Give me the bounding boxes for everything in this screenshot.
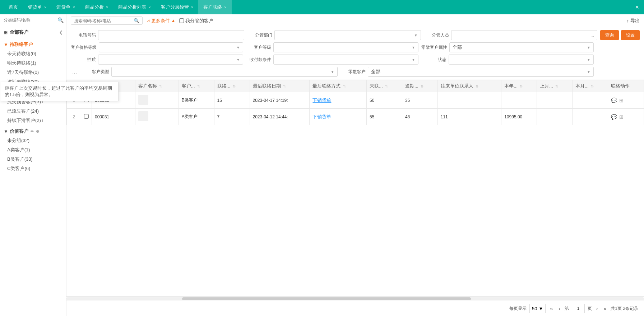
page-number-input[interactable] [572,304,585,313]
value-customers-title[interactable]: ▼ 价值客户 ✏ ⊕ [0,127,66,136]
row2-contact-person: 111 [437,109,501,125]
sidebar-search-input[interactable] [4,18,57,23]
dots-button[interactable]: ... [71,69,78,75]
sidebar-search-icon[interactable]: 🔍 [57,17,64,23]
dept-select[interactable]: ▼ [274,30,421,40]
last-method-sort-icon[interactable]: ⇅ [343,84,346,88]
next-page-btn[interactable]: › [595,305,599,312]
nav-product-analysis[interactable]: 商品分析 × [80,0,113,14]
phone-input[interactable] [98,30,244,40]
last-month-sort-icon[interactable]: ⇅ [555,84,558,88]
main-search-input[interactable] [74,18,134,23]
row2-more-icon[interactable]: ⊞ [619,114,624,120]
sidebar-item-ungrouped[interactable]: 未分组(32) [0,136,66,145]
close-all-tabs[interactable]: × [634,2,640,13]
row2-contact-icon[interactable]: 💬 [611,114,617,120]
name-sort-icon[interactable]: ⇅ [159,84,162,88]
sidebar-item-class-b[interactable]: B类客户(33) [0,155,66,164]
main-search-icon[interactable]: 🔍 [134,18,139,23]
all-customers-section[interactable]: ⊞ 全部客户 ❮ [0,26,66,38]
row1-last-method-link[interactable]: 下销货单 [312,98,331,103]
nav-home[interactable]: 首页 [4,0,23,14]
sidebar-item-7days[interactable]: 近7天待联络(0) [0,68,66,77]
row2-code[interactable]: 000031 [92,109,135,125]
overdue-sort-icon[interactable]: ⇅ [421,84,423,88]
close-sales-order[interactable]: × [44,5,46,9]
filter-cell-customer-grade: 客户等级 ▼ [246,42,418,52]
prev-page-btn[interactable]: ‹ [557,305,562,312]
my-customers-filter[interactable]: 我分管的客户 [179,18,213,24]
more-conditions-btn[interactable]: ⊿ 更多条件 ▲ [146,18,176,24]
row2-name[interactable] [135,109,179,125]
th-contact-person: 往来单位联系人 ⇅ [437,80,501,92]
person-select[interactable]: ... [451,30,597,40]
filter-cell-price-grade: 客户价格等级 ▼ [71,42,243,52]
sidebar-item-today[interactable]: 今天待联络(0) [0,49,66,58]
gender-select[interactable]: ▼ [98,55,243,65]
this-month-sort-icon[interactable]: ⇅ [591,84,594,88]
retail-attr-select[interactable]: 全部 ▼ [449,42,594,52]
sidebar-item-already-lost[interactable]: 已流失客户(24) [0,107,66,116]
sidebar-item-class-c[interactable]: C类客户(6) [0,164,66,173]
uncontacted-sort-icon[interactable]: ⇅ [385,84,388,88]
edit-icon[interactable]: ✏ [31,129,34,134]
close-product-analysis-list[interactable]: × [148,5,150,9]
collapse-icon: ❮ [59,30,62,35]
sidebar-item-continuous-decline[interactable]: 持续下滑客户(2) ℹ [0,116,66,125]
query-button[interactable]: 查询 [600,30,619,40]
last-page-btn[interactable]: » [602,305,608,312]
row1-name[interactable] [135,92,179,109]
close-purchase-order[interactable]: × [73,5,75,9]
last-date-sort-icon[interactable]: ⇅ [283,84,286,88]
payment-select[interactable]: ▼ [273,55,418,65]
horizontal-scrollbar[interactable] [66,296,644,301]
row1-more-icon[interactable]: ⊞ [619,98,624,103]
customer-grade-select[interactable]: ▼ [273,42,418,52]
main-search-box[interactable]: 🔍 [71,16,143,25]
row2-checkbox[interactable] [84,114,89,119]
settings-button[interactable]: 设置 [621,30,640,40]
nav-customer-tiered[interactable]: 客户分层经营 × [156,0,198,14]
data-table-area: ⚙ 客户编码 ⇅ 客户名称 ⇅ 客户... [66,80,644,296]
filter-cell-payment: 收付款条件 ▼ [246,55,418,65]
close-customer-contact[interactable]: × [224,5,226,9]
first-page-btn[interactable]: « [548,305,554,312]
row1-contact-icon[interactable]: 💬 [611,98,617,103]
nav-purchase-order[interactable]: 进货单 × [51,0,80,14]
row2-last-method[interactable]: 下销货单 [310,109,367,125]
person-dots: ... [590,33,594,38]
payment-label: 收付款条件 [246,57,271,63]
row1-last-method[interactable]: 下销货单 [310,92,367,109]
price-grade-select[interactable]: ▼ [99,42,243,52]
share-icon[interactable]: ⊕ [36,129,39,134]
per-page-select[interactable]: 50 ▼ [529,304,546,313]
status-select[interactable]: ▼ [449,55,594,65]
contact-sort-icon[interactable]: ⇅ [233,84,236,88]
sidebar-item-class-a[interactable]: A类客户(1) [0,145,66,155]
nav-customer-contact[interactable]: 客户联络 × [198,0,231,14]
close-customer-tiered[interactable]: × [191,5,193,9]
customer-grade-chevron-icon: ▼ [412,46,415,49]
row1-contact-count: 15 [214,92,250,109]
nav-sales-order[interactable]: 销货单 × [23,0,51,14]
value-customers-group: ▼ 价值客户 ✏ ⊕ 未分组(32) A类客户(1) B类客户(33) C类客户… [0,125,66,175]
retail-attr-label: 零散客户属性 [421,44,447,51]
sidebar-item-tomorrow[interactable]: 明天待联络(1) [0,58,66,68]
grade-sort-icon[interactable]: ⇅ [197,84,200,88]
filter-cell-customer-type: 客户类型 ▼ [84,67,337,77]
pending-contact-title[interactable]: ▼ 待联络客户 [0,40,66,49]
retail-customer-label: 零散客户 [340,69,366,75]
row2-checkbox-cell[interactable] [81,109,92,125]
contact-person-sort-icon[interactable]: ⇅ [476,84,478,88]
row2-last-method-link[interactable]: 下销货单 [312,114,331,119]
retail-customer-select[interactable]: 全部 ▼ [368,67,594,77]
this-year-sort-icon[interactable]: ⇅ [520,84,523,88]
filter-bar: 🔍 ⊿ 更多条件 ▲ 我分管的客户 ↑ 导出 [66,14,644,27]
close-product-analysis[interactable]: × [106,5,108,9]
export-button[interactable]: ↑ 导出 [627,18,640,24]
scroll-thumb[interactable] [182,297,471,300]
customer-type-select[interactable]: ▼ [111,67,337,77]
my-customers-checkbox[interactable] [179,18,184,23]
row1-contact-person [437,92,501,109]
nav-product-analysis-list[interactable]: 商品分析列表 × [113,0,156,14]
